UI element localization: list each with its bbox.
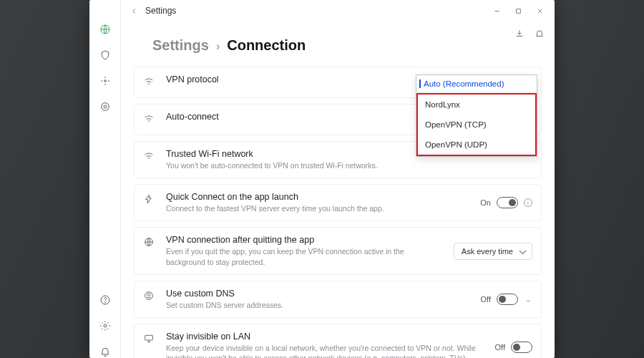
info-icon[interactable]: i bbox=[524, 198, 532, 207]
svg-point-4 bbox=[101, 296, 109, 304]
lightning-icon bbox=[143, 193, 157, 208]
svg-point-2 bbox=[101, 103, 109, 111]
svg-point-6 bbox=[104, 324, 107, 327]
row-title: Use custom DNS bbox=[166, 289, 472, 299]
wifi-icon bbox=[143, 150, 157, 165]
toggle-state: Off bbox=[481, 295, 491, 304]
row-title: Quick Connect on the app launch bbox=[166, 192, 472, 202]
toggle-state: Off bbox=[495, 343, 505, 352]
nav-rail bbox=[89, 0, 121, 358]
wifi-icon bbox=[143, 76, 157, 90]
toggle-state: On bbox=[480, 198, 491, 207]
row-title: VPN connection after quitting the app bbox=[166, 235, 445, 245]
gear-badge-icon[interactable] bbox=[99, 319, 112, 332]
dropdown-option[interactable]: NordLynx bbox=[418, 95, 535, 115]
wifi-icon bbox=[143, 113, 157, 127]
svg-point-3 bbox=[104, 105, 107, 108]
row-custom-dns: Use custom DNS Set custom DNS server add… bbox=[134, 281, 542, 318]
custom-dns-toggle[interactable] bbox=[497, 294, 518, 305]
dropdown-selected[interactable]: Auto (Recommended) bbox=[416, 75, 537, 93]
window-title: Settings bbox=[145, 6, 176, 16]
lan-icon bbox=[143, 333, 157, 347]
svg-rect-10 bbox=[145, 335, 153, 340]
dns-icon bbox=[143, 290, 157, 304]
bell-icon[interactable] bbox=[535, 29, 545, 39]
row-subtitle: Keep your device invisible on a local ne… bbox=[166, 343, 487, 358]
svg-point-5 bbox=[104, 302, 105, 303]
dropdown-option[interactable]: OpenVPN (UDP) bbox=[418, 135, 535, 155]
vpn-protocol-dropdown[interactable]: Auto (Recommended) NordLynx OpenVPN (TCP… bbox=[416, 74, 537, 157]
row-after-quit: VPN connection after quitting the app Ev… bbox=[134, 227, 542, 274]
maximize-button[interactable] bbox=[507, 0, 529, 21]
help-icon[interactable] bbox=[99, 294, 112, 306]
chevron-right-icon: › bbox=[216, 40, 220, 53]
breadcrumb-current: Connection bbox=[227, 37, 306, 54]
titlebar: Settings bbox=[121, 0, 555, 21]
minimize-button[interactable] bbox=[486, 0, 507, 21]
row-quick-connect: Quick Connect on the app launch Connect … bbox=[134, 184, 542, 221]
shield-icon[interactable] bbox=[99, 49, 112, 62]
row-title: Stay invisible on LAN bbox=[166, 332, 487, 342]
back-button[interactable] bbox=[127, 0, 141, 21]
row-subtitle: Connect to the fastest VPN server every … bbox=[166, 203, 472, 213]
row-subtitle: Set custom DNS server addresses. bbox=[166, 300, 472, 310]
row-lan-invisible: Stay invisible on LAN Keep your device i… bbox=[134, 324, 542, 358]
svg-point-1 bbox=[104, 80, 106, 82]
download-icon[interactable] bbox=[514, 29, 525, 39]
close-button[interactable] bbox=[529, 0, 550, 21]
main-pane: Settings Settings › Connection VPN proto… bbox=[121, 0, 555, 358]
svg-rect-7 bbox=[516, 9, 520, 13]
target-icon[interactable] bbox=[99, 100, 112, 113]
breadcrumb-parent[interactable]: Settings bbox=[152, 37, 209, 54]
app-window: Settings Settings › Connection VPN proto… bbox=[89, 0, 555, 358]
dropdown-option[interactable]: OpenVPN (TCP) bbox=[418, 115, 535, 135]
globe-icon bbox=[143, 236, 157, 251]
after-quit-select[interactable]: Ask every time bbox=[454, 243, 532, 260]
dropdown-options-highlight: NordLynx OpenVPN (TCP) OpenVPN (UDP) bbox=[416, 93, 537, 156]
lan-invisible-toggle[interactable] bbox=[511, 342, 532, 353]
globe-check-icon[interactable] bbox=[99, 23, 112, 36]
header-actions bbox=[514, 29, 545, 39]
row-subtitle: Even if you quit the app, you can keep t… bbox=[166, 246, 445, 266]
row-subtitle: You won't be auto-connected to VPN on tr… bbox=[166, 160, 532, 170]
compass-icon[interactable] bbox=[99, 74, 112, 87]
bell-icon[interactable] bbox=[99, 345, 112, 358]
chevron-down-icon[interactable] bbox=[524, 295, 532, 304]
quick-connect-toggle[interactable] bbox=[497, 197, 518, 208]
breadcrumb: Settings › Connection bbox=[121, 21, 555, 67]
